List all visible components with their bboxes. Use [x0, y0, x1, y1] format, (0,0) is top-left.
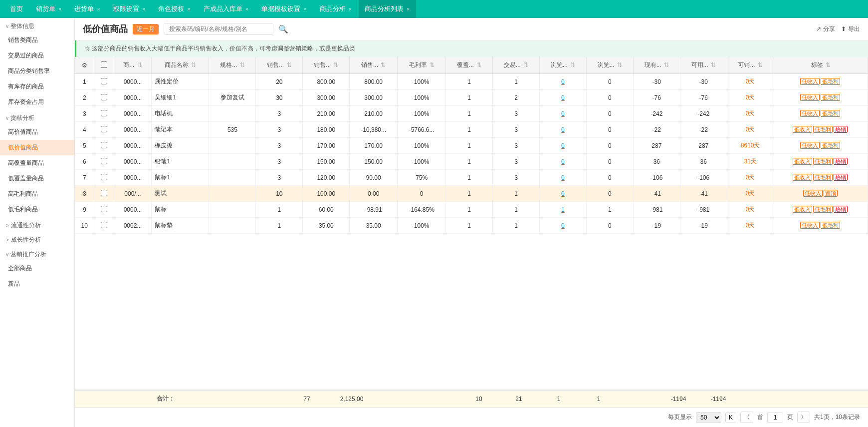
export-button[interactable]: ⬆ 导出 [841, 25, 860, 33]
search-icon[interactable]: 🔍 [278, 24, 288, 34]
nav-item-单据模板设置[interactable]: 单据模板设置× [255, 0, 312, 18]
row-checkbox[interactable] [94, 106, 114, 122]
sidebar-item-有库存的商品[interactable]: 有库存的商品 [0, 79, 74, 94]
close-icon[interactable]: × [58, 6, 61, 12]
row-checkbox[interactable] [94, 122, 114, 138]
sidebar-item-全部商品[interactable]: 全部商品 [0, 261, 74, 276]
sidebar-group-流通性分析[interactable]: >流通性分析 [0, 217, 74, 232]
sidebar-item-库存资金占用[interactable]: 库存资金占用 [0, 94, 74, 110]
view-link[interactable]: 0 [561, 158, 565, 165]
row-view1[interactable]: 0 [540, 154, 587, 170]
sidebar-group-贡献分析[interactable]: v贡献分析 [0, 110, 74, 124]
row-checkbox-input[interactable] [101, 110, 107, 116]
col-sellable[interactable]: 可销... ⇅ [727, 57, 774, 74]
select-all-checkbox[interactable] [101, 61, 107, 68]
col-margin-rate[interactable]: 毛利率 ⇅ [398, 57, 446, 74]
next-page-button[interactable]: 〉 [797, 412, 810, 423]
search-input[interactable] [164, 23, 273, 35]
sidebar-group-整体信息[interactable]: v整体信息 [0, 18, 74, 32]
row-view1[interactable]: 0 [540, 186, 587, 202]
close-icon[interactable]: × [407, 6, 410, 12]
sidebar-item-高覆盖量商品[interactable]: 高覆盖量商品 [0, 155, 74, 171]
col-sales-amount[interactable]: 销售... ⇅ [350, 57, 398, 74]
col-coverage[interactable]: 覆盖... ⇅ [446, 57, 493, 74]
row-view1[interactable]: 0 [540, 74, 587, 90]
row-view1[interactable]: 0 [540, 218, 587, 234]
nav-item-权限设置[interactable]: 权限设置× [107, 0, 151, 18]
sidebar-item-低价值商品[interactable]: 低价值商品 [0, 140, 74, 155]
sidebar-item-高价值商品[interactable]: 高价值商品 [0, 124, 74, 140]
nav-item-商品分析列表[interactable]: 商品分析列表× [359, 0, 416, 18]
sidebar-group-成长性分析[interactable]: >成长性分析 [0, 232, 74, 246]
row-checkbox[interactable] [94, 138, 114, 154]
col-tags[interactable]: 标签 ⇅ [774, 57, 868, 74]
col-settings[interactable]: ⚙ [75, 57, 94, 74]
col-current[interactable]: 现有... ⇅ [633, 57, 680, 74]
view-link[interactable]: 0 [561, 126, 565, 133]
sidebar-item-低覆盖量商品[interactable]: 低覆盖量商品 [0, 171, 74, 186]
col-available[interactable]: 可用... ⇅ [680, 57, 727, 74]
view-link[interactable]: 0 [561, 78, 565, 85]
first-page-button[interactable]: K [725, 413, 736, 423]
row-checkbox-input[interactable] [101, 94, 107, 100]
row-checkbox[interactable] [94, 186, 114, 202]
sidebar-item-低毛利商品[interactable]: 低毛利商品 [0, 202, 74, 217]
row-checkbox[interactable] [94, 202, 114, 218]
col-view1[interactable]: 浏览... ⇅ [540, 57, 587, 74]
sidebar-group-营销推广分析[interactable]: v营销推广分析 [0, 246, 74, 261]
row-checkbox[interactable] [94, 218, 114, 234]
col-sales-price[interactable]: 销售... ⇅ [303, 57, 350, 74]
sidebar-item-高毛利商品[interactable]: 高毛利商品 [0, 186, 74, 202]
row-view1[interactable]: 0 [540, 122, 587, 138]
col-view2[interactable]: 浏览... ⇅ [586, 57, 633, 74]
nav-item-产成品入库单[interactable]: 产成品入库单× [198, 0, 254, 18]
close-icon[interactable]: × [349, 6, 352, 12]
row-checkbox[interactable] [94, 74, 114, 90]
view-link[interactable]: 0 [561, 174, 565, 181]
row-checkbox[interactable] [94, 90, 114, 106]
nav-item-首页[interactable]: 首页 [4, 0, 29, 18]
row-checkbox-input[interactable] [101, 190, 107, 196]
sidebar-item-交易过的商品[interactable]: 交易过的商品 [0, 48, 74, 63]
close-icon[interactable]: × [142, 6, 145, 12]
view-link[interactable]: 0 [561, 142, 565, 149]
view-link[interactable]: 1 [561, 206, 565, 213]
share-button[interactable]: ↗ 分享 [816, 25, 835, 33]
sidebar-item-新品[interactable]: 新品 [0, 276, 74, 292]
row-checkbox-input[interactable] [101, 222, 107, 228]
close-icon[interactable]: × [245, 6, 248, 12]
col-checkbox[interactable] [94, 57, 114, 74]
row-view1[interactable]: 0 [540, 170, 587, 186]
close-icon[interactable]: × [303, 6, 306, 12]
col-code[interactable]: 商... ⇅ [114, 57, 152, 74]
close-icon[interactable]: × [187, 6, 190, 12]
sidebar-item-商品分类销售率[interactable]: 商品分类销售率 [0, 63, 74, 79]
col-sales-qty[interactable]: 销售... ⇅ [256, 57, 303, 74]
col-name[interactable]: 商品名称 ⇅ [152, 57, 209, 74]
row-checkbox[interactable] [94, 154, 114, 170]
row-view1[interactable]: 0 [540, 90, 587, 106]
col-spec[interactable]: 规格... ⇅ [209, 57, 256, 74]
nav-item-销货单[interactable]: 销货单× [30, 0, 67, 18]
col-trans[interactable]: 交易... ⇅ [493, 57, 540, 74]
nav-item-角色授权[interactable]: 角色授权× [152, 0, 196, 18]
row-checkbox-input[interactable] [101, 158, 107, 164]
nav-item-商品分析[interactable]: 商品分析× [314, 0, 358, 18]
prev-page-button[interactable]: 〈 [740, 412, 753, 423]
page-number-input[interactable] [767, 413, 783, 423]
row-view1[interactable]: 0 [540, 138, 587, 154]
view-link[interactable]: 0 [561, 222, 565, 229]
row-checkbox-input[interactable] [101, 206, 107, 212]
close-icon[interactable]: × [97, 6, 100, 12]
sidebar-item-销售类商品[interactable]: 销售类商品 [0, 32, 74, 48]
row-checkbox-input[interactable] [101, 174, 107, 180]
view-link[interactable]: 0 [561, 110, 565, 117]
view-link[interactable]: 0 [561, 94, 565, 101]
time-tag-button[interactable]: 近一月 [133, 24, 159, 34]
per-page-select[interactable]: 50 100 [696, 412, 721, 423]
row-checkbox-input[interactable] [101, 126, 107, 132]
row-checkbox[interactable] [94, 170, 114, 186]
row-checkbox-input[interactable] [101, 78, 107, 84]
row-view1[interactable]: 1 [540, 202, 587, 218]
row-checkbox-input[interactable] [101, 142, 107, 148]
